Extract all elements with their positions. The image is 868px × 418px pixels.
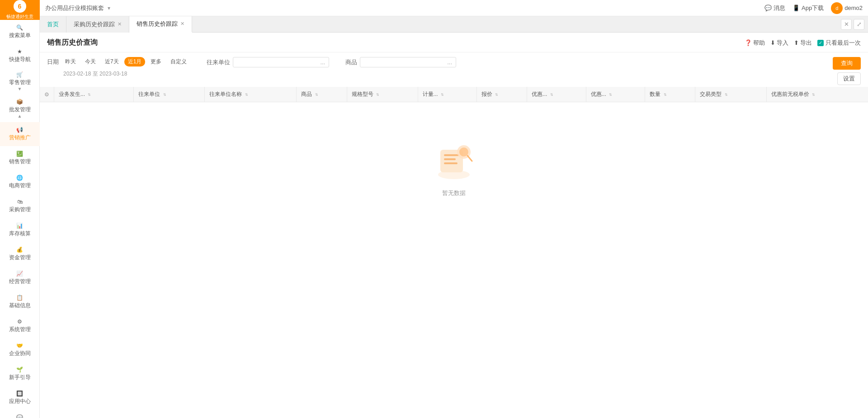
app-download-button[interactable]: 📱 App下载: [793, 4, 824, 12]
svg-rect-2: [444, 154, 459, 156]
th-biz-date[interactable]: 业务发生... ⇅: [54, 87, 134, 102]
close-tab-sales-icon[interactable]: ✕: [180, 21, 184, 27]
sidebar-item-label: 新手引导: [9, 374, 31, 381]
sidebar-item-retail-mgmt[interactable]: 🛒 零售管理 ▼: [0, 68, 40, 95]
tabbar-actions: ✕ ⤢: [841, 19, 868, 30]
close-all-tabs-button[interactable]: ✕: [841, 19, 852, 30]
export-button[interactable]: ⬆ 导出: [794, 39, 812, 47]
svg-line-7: [467, 156, 472, 161]
th-partner-name[interactable]: 往来单位名称 ⇅: [205, 87, 297, 102]
basic-info-icon: 📋: [16, 294, 23, 301]
search-menu-icon: 🔍: [16, 24, 23, 31]
sort-icon-price: ⇅: [495, 93, 498, 97]
date-btn-7days[interactable]: 近7天: [101, 57, 123, 66]
tab-purchase-history[interactable]: 采购历史价跟踪 ✕: [66, 16, 129, 33]
arrow-down-icon: ▲: [18, 114, 22, 119]
sidebar: 6 畅捷通好生意 🔍 搜索菜单 ★ 快捷导航 🛒 零售管理 ▼ 📦 批发管理 ▲…: [0, 0, 40, 418]
sidebar-item-label: 采购管理: [9, 206, 31, 214]
sidebar-item-finance[interactable]: 💰 资金管理: [0, 242, 40, 266]
sidebar-item-sys-settings[interactable]: ⚙ 系统管理: [0, 314, 40, 338]
goods-input[interactable]: [364, 59, 445, 66]
sidebar-item-label: 批发管理: [9, 106, 31, 114]
sidebar-item-label: 资金管理: [9, 254, 31, 261]
user-profile-button[interactable]: d demo2: [831, 2, 863, 14]
date-range-display: 2023-02-18 至 2023-03-18: [63, 71, 127, 77]
th-qty[interactable]: 数量 ⇅: [645, 87, 695, 102]
filter-area: 日期 昨天 今天 近7天 近1月 更多 自定义 2023-02-18 至 202…: [40, 52, 868, 87]
goods-dots-button[interactable]: ...: [447, 59, 452, 66]
sidebar-item-ecomm-mgmt[interactable]: 🌐 电商管理: [0, 170, 40, 194]
date-btn-1month[interactable]: 近1月: [124, 57, 146, 66]
message-button[interactable]: 💬 消息: [764, 4, 785, 12]
partner-input[interactable]: [237, 59, 318, 66]
sidebar-item-wholesale-mgmt[interactable]: 📦 批发管理 ▲: [0, 95, 40, 122]
goods-filter-label: 商品: [345, 58, 357, 66]
sort-icon-qty: ⇅: [664, 93, 667, 97]
partner-dots-button[interactable]: ...: [320, 59, 325, 66]
topbar-dropdown-icon[interactable]: ▾: [108, 5, 110, 11]
empty-state: 暂无数据: [40, 102, 868, 233]
sidebar-item-sales-mgmt[interactable]: 💹 销售管理: [0, 146, 40, 170]
sidebar-item-search-menu[interactable]: 🔍 搜索菜单: [0, 20, 40, 44]
message-icon: 💬: [764, 5, 772, 11]
sidebar-item-inventory[interactable]: 📊 库存核算: [0, 218, 40, 242]
sidebar-item-quick-nav[interactable]: ★ 快捷导航: [0, 44, 40, 68]
enterprise-icon: 🤝: [16, 342, 23, 349]
th-pre-tax-price[interactable]: 优惠前无税单价 ⇅: [766, 87, 868, 102]
goods-input-wrap: ...: [360, 57, 456, 67]
only-last-checkbox[interactable]: 只看最后一次: [817, 39, 861, 47]
operations-icon: 📈: [16, 271, 23, 277]
sidebar-item-marketing[interactable]: 📢 营销推广: [0, 122, 40, 146]
table-gear-header[interactable]: ⚙: [40, 87, 54, 102]
sidebar-item-newbie[interactable]: 🌱 新手引导: [0, 362, 40, 386]
empty-svg: [431, 138, 476, 184]
empty-text: 暂无数据: [442, 189, 466, 197]
app-logo[interactable]: 6 畅捷通好生意: [0, 0, 40, 20]
date-btn-custom[interactable]: 自定义: [167, 57, 190, 66]
wholesale-mgmt-icon: 📦: [16, 99, 23, 105]
sort-icon-spec: ⇅: [376, 93, 379, 97]
sidebar-item-app-center[interactable]: 🔲 应用中心: [0, 386, 40, 410]
settings-button[interactable]: 设置: [837, 72, 861, 85]
checkbox-icon: [817, 40, 824, 46]
query-button[interactable]: 查询: [833, 57, 861, 70]
sales-history-tab-label: 销售历史价跟踪: [137, 20, 178, 28]
sort-icon-goods: ⇅: [315, 93, 318, 97]
close-tab-purchase-icon[interactable]: ✕: [118, 21, 122, 27]
date-btn-yesterday[interactable]: 昨天: [61, 57, 80, 66]
svg-rect-4: [444, 162, 458, 164]
tab-sales-history[interactable]: 销售历史价跟踪 ✕: [129, 16, 192, 33]
sidebar-item-operations[interactable]: 📈 经营管理: [0, 266, 40, 290]
sys-settings-icon: ⚙: [17, 318, 22, 325]
svg-rect-3: [444, 158, 456, 160]
sidebar-item-corp-wechat[interactable]: 💬 企业微信: [0, 410, 40, 418]
sidebar-item-basic-info[interactable]: 📋 基础信息: [0, 290, 40, 314]
filter-date-group: 日期 昨天 今天 近7天 近1月 更多 自定义: [47, 57, 190, 66]
topbar-left: 办公用品行业模拟账套 ▾: [45, 4, 110, 12]
th-discount2[interactable]: 优惠... ⇅: [586, 87, 645, 102]
sidebar-item-label: 企业协同: [9, 350, 31, 357]
date-btn-today[interactable]: 今天: [81, 57, 99, 66]
th-price[interactable]: 报价 ⇅: [477, 87, 527, 102]
logo-icon: 6: [14, 0, 26, 13]
tabbar: 首页 采购历史价跟踪 ✕ 销售历史价跟踪 ✕ ✕ ⤢: [40, 16, 868, 33]
sidebar-item-enterprise[interactable]: 🤝 企业协同: [0, 338, 40, 362]
th-partner-code[interactable]: 往来单位 ⇅: [134, 87, 205, 102]
finance-icon: 💰: [16, 247, 23, 253]
th-spec[interactable]: 规格型号 ⇅: [347, 87, 418, 102]
sidebar-item-label: 营销推广: [9, 134, 31, 142]
purchase-icon: 🛍: [17, 199, 23, 205]
help-button[interactable]: ❓ 帮助: [745, 39, 765, 47]
th-discount1[interactable]: 优惠... ⇅: [527, 87, 586, 102]
sidebar-item-purchase-mgmt[interactable]: 🛍 采购管理: [0, 194, 40, 218]
tab-home[interactable]: 首页: [40, 16, 66, 33]
date-btn-more[interactable]: 更多: [147, 57, 165, 66]
th-unit[interactable]: 计量... ⇅: [418, 87, 476, 102]
table-gear-icon: ⚙: [44, 91, 49, 98]
maximize-button[interactable]: ⤢: [854, 19, 864, 30]
th-trade-type[interactable]: 交易类型 ⇅: [695, 87, 766, 102]
import-button[interactable]: ⬇ 导入: [770, 39, 788, 47]
export-icon: ⬆: [794, 39, 799, 46]
th-goods[interactable]: 商品 ⇅: [297, 87, 347, 102]
partner-input-wrap: ...: [233, 57, 329, 67]
